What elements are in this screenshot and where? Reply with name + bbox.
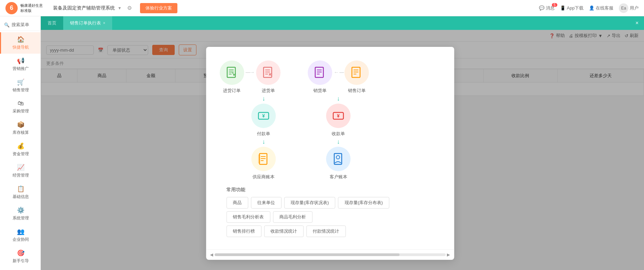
- receipt-node: ¥ 收款单: [326, 104, 351, 137]
- panel-close-button[interactable]: ×: [636, 20, 639, 26]
- sale-circle: [308, 60, 332, 85]
- inventory-icon: 📦: [17, 121, 24, 128]
- payment-node: ¥ 付款单: [251, 104, 276, 137]
- main-layout: 🔍 搜索菜单 🏠 快捷导航 📢 营销推广 🛒 销售管理 🛍 采购管理 📦 库存核…: [0, 16, 644, 270]
- supplier-ledger-circle: [251, 147, 276, 171]
- popup-scrollbar: ◀ ▶: [206, 249, 454, 260]
- func-btn-product[interactable]: 商品: [226, 197, 248, 209]
- finance-icon: 💰: [17, 142, 24, 150]
- receipt-col: ↓ ¥ 收款单: [326, 94, 351, 180]
- payment-col: ↓ ¥ 付款单: [251, 94, 276, 180]
- sale-order-circle: [345, 60, 369, 85]
- svg-text:¥: ¥: [337, 113, 340, 119]
- func-btn-product-margin[interactable]: 商品毛利分析: [273, 211, 312, 223]
- header: 6 畅康通好生意 标准版 装备及固定资产辅助管理系统 ▼ ⚙ 体验行业方案 💬 …: [0, 0, 644, 16]
- right-panel: 首页 销售订单执行表 × × ❓ 帮助 🖨 按模板打印: [41, 16, 644, 270]
- purchase-order-node: 进货订单: [220, 60, 244, 94]
- sale-row: 销货单 ← - - - - -: [308, 60, 369, 94]
- customer-ledger-node: 客户账本: [326, 147, 351, 180]
- sidebar-item-collaboration[interactable]: 👥 企业协同: [0, 224, 40, 246]
- func-btn-sales-rank[interactable]: 销售排行榜: [226, 226, 261, 237]
- mobile-icon: 📱: [560, 5, 565, 11]
- basic-info-icon: 📋: [17, 185, 24, 193]
- sidebar-item-marketing[interactable]: 📢 营销推广: [0, 54, 40, 75]
- purchase-order-circle: [220, 60, 244, 85]
- search-icon: 🔍: [4, 22, 10, 28]
- message-icon: 💬: [539, 5, 544, 11]
- func-btn-stock-dist[interactable]: 现存量(库存分布表): [338, 197, 389, 209]
- logo: 6 畅康通好生意 标准版: [5, 2, 46, 14]
- sidebar-item-finance[interactable]: 💰 资金管理: [0, 139, 40, 160]
- svg-point-28: [336, 156, 340, 159]
- popup-inner: 进货订单 - - - - - →: [206, 47, 454, 244]
- svg-rect-13: [258, 155, 260, 163]
- left-flow: 进货订单 - - - - - →: [220, 60, 281, 180]
- sale-order-icon: [350, 66, 364, 79]
- customer-ledger-label: 客户账本: [330, 174, 347, 180]
- flow-diagram: 进货订单 - - - - - →: [220, 57, 440, 187]
- scroll-right-arrow[interactable]: ▶: [447, 252, 450, 257]
- func-btn-receipt-stats[interactable]: 收款情况统计: [264, 226, 303, 237]
- search-menu[interactable]: 🔍 搜索菜单: [0, 19, 40, 31]
- payment-icon: ¥: [257, 109, 271, 123]
- marketing-icon: 📢: [17, 57, 24, 65]
- message-button[interactable]: 💬 消息 5: [539, 5, 555, 11]
- func-btn-stock-status[interactable]: 现存量(库存状况表): [284, 197, 335, 209]
- trial-button[interactable]: 体验行业方案: [140, 3, 177, 13]
- service-icon: 👤: [589, 5, 594, 11]
- newbie-icon: 🎯: [17, 249, 24, 257]
- settings-icon[interactable]: ⚙: [127, 5, 132, 11]
- system-title: 装备及固定资产辅助管理系统: [53, 5, 115, 11]
- arrow-sale-to-receipt: ↓: [337, 95, 340, 102]
- system-dropdown-icon[interactable]: ▼: [118, 6, 122, 11]
- sale-order-node: 销售订单: [345, 60, 369, 94]
- purchase-order-label: 进货订单: [223, 88, 241, 94]
- tab-close-icon[interactable]: ×: [103, 21, 105, 25]
- sale-order-label: 销售订单: [348, 88, 366, 94]
- purchase-label: 进货单: [262, 88, 275, 94]
- tab-sales-order[interactable]: 销售订单执行表 ×: [63, 16, 112, 30]
- tab-bar: 首页 销售订单执行表 × ×: [41, 16, 644, 30]
- func-title: 常用功能: [226, 187, 434, 193]
- purchase-node: 进货单: [256, 60, 281, 94]
- user-menu[interactable]: Ea 用户: [619, 3, 639, 13]
- func-buttons: 商品 往来单位 现存量(库存状况表) 现存量(库存分布表) 销售毛利分析表 商品…: [226, 197, 434, 223]
- purchase-icon: [262, 66, 275, 79]
- func-buttons-row2: 销售排行榜 收款情况统计 付款情况统计: [226, 226, 434, 237]
- sidebar-item-inventory[interactable]: 📦 库存核算: [0, 118, 40, 139]
- sidebar-item-basic-info[interactable]: 📋 基础信息: [0, 182, 40, 203]
- sale-icon: [313, 66, 327, 79]
- right-flow: 销货单 ← - - - - -: [308, 60, 369, 180]
- purchase-circle: [256, 60, 281, 85]
- arrow-purchase-to-payment: ↓: [262, 95, 265, 102]
- sidebar-item-system[interactable]: ⚙️ 系统管理: [0, 203, 40, 224]
- sidebar-item-operations[interactable]: 📈 经营管理: [0, 160, 40, 182]
- logo-text: 畅康通好生意 标准版: [20, 3, 43, 13]
- supplier-ledger-node: 供应商账本: [251, 147, 276, 180]
- customer-ledger-icon: [332, 152, 345, 166]
- supplier-ledger-label: 供应商账本: [253, 174, 275, 180]
- home-icon: 🏠: [17, 36, 24, 43]
- purchase-icon: 🛍: [18, 100, 24, 107]
- sidebar-item-quick-nav[interactable]: 🏠 快捷导航: [0, 32, 40, 54]
- scroll-thumb: [214, 253, 399, 256]
- sidebar-item-sales[interactable]: 🛒 销售管理: [0, 75, 40, 96]
- sale-node: 销货单: [308, 60, 332, 94]
- sidebar-item-purchase[interactable]: 🛍 采购管理: [0, 96, 40, 118]
- app-download-button[interactable]: 📱 App下载: [560, 5, 584, 11]
- arrow-purchase-order-to-purchase: - - - - - →: [245, 69, 255, 85]
- sidebar-item-newbie[interactable]: 🎯 新手引导: [0, 246, 40, 267]
- func-btn-payment-stats[interactable]: 付款情况统计: [306, 226, 346, 237]
- func-btn-partners[interactable]: 往来单位: [251, 197, 281, 209]
- operations-icon: 📈: [17, 164, 24, 171]
- scroll-track[interactable]: [214, 253, 446, 256]
- sidebar: 🔍 搜索菜单 🏠 快捷导航 📢 营销推广 🛒 销售管理 🛍 采购管理 📦 库存核…: [0, 16, 41, 270]
- arrow-sale-order-to-sale: ← - - - - -: [334, 69, 343, 85]
- tab-home[interactable]: 首页: [41, 16, 63, 30]
- supplier-ledger-icon: [257, 152, 271, 166]
- main-content: ❓ 帮助 🖨 按模板打印 ▼ ↗ 导出 ↺ 刷新: [41, 30, 644, 270]
- scroll-left-arrow[interactable]: ◀: [210, 252, 213, 257]
- online-service-button[interactable]: 👤 在线客服: [589, 5, 613, 11]
- func-btn-sales-margin[interactable]: 销售毛利分析表: [226, 211, 270, 223]
- arrow-payment-to-supplier: ↓: [262, 138, 265, 145]
